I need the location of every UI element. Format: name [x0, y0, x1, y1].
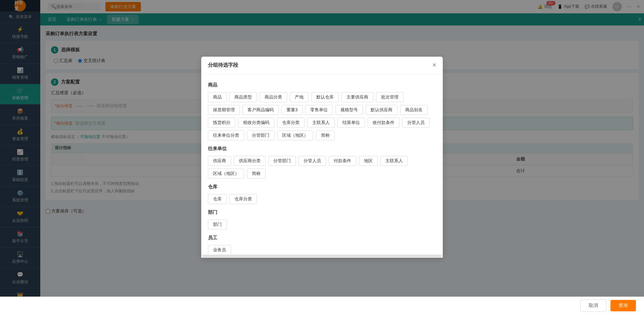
- field-tag[interactable]: 往来单位分类: [208, 130, 244, 140]
- modal-body: 商品 商品 商品类型 商品分类 产地 默认仓库 主要供应商 批次管理 保质期管理…: [201, 74, 443, 254]
- field-tag[interactable]: 商品分类: [260, 92, 287, 102]
- bottom-action-bar: 取消 查询: [0, 297, 644, 314]
- field-tag[interactable]: 供应商分类: [234, 156, 266, 166]
- field-tag[interactable]: 零售单位: [305, 105, 333, 115]
- field-tag[interactable]: 业务员: [208, 245, 231, 254]
- field-tag[interactable]: 默认仓库: [311, 92, 339, 102]
- field-tag[interactable]: 分管部门: [247, 130, 274, 140]
- field-tag[interactable]: 付款条件: [329, 156, 356, 166]
- section-title-employee: 员工: [208, 235, 436, 241]
- fields-grid-employee: 业务员: [208, 245, 436, 254]
- field-tag[interactable]: 供应商: [208, 156, 231, 166]
- field-tag[interactable]: 重量3: [281, 105, 303, 115]
- section-title-partner: 往来单位: [208, 146, 436, 152]
- field-tag[interactable]: 商品: [208, 92, 227, 102]
- field-tag[interactable]: 结算单位: [337, 118, 365, 128]
- field-tag[interactable]: 简称: [316, 130, 335, 140]
- cancel-main-button[interactable]: 取消: [580, 300, 606, 312]
- field-tag[interactable]: 产地: [290, 92, 309, 102]
- field-tag[interactable]: 默认供应商: [366, 105, 397, 115]
- field-tag[interactable]: 仓库分类: [229, 194, 257, 204]
- fields-grid-partner: 供应商 供应商分类 分管部门 分管人员 付款条件 地区 主联系人 区域（地区） …: [208, 156, 436, 179]
- section-title-dept: 部门: [208, 209, 436, 215]
- field-tag[interactable]: 区域（地区）: [277, 130, 313, 140]
- field-tag[interactable]: 拣货积分: [208, 118, 235, 128]
- field-tag[interactable]: 区域（地区）: [208, 169, 244, 179]
- fields-grid-dept: 部门: [208, 219, 436, 230]
- field-tag[interactable]: 保质期管理: [208, 105, 240, 115]
- fields-grid-product: 商品 商品类型 商品分类 产地 默认仓库 主要供应商 批次管理 保质期管理 客户…: [208, 92, 436, 140]
- field-tag[interactable]: 分管人员: [402, 118, 430, 128]
- field-tag[interactable]: 简称: [247, 169, 266, 179]
- modal-overlay[interactable]: 分组待选字段 × 商品 商品 商品类型 商品分类 产地 默认仓库 主要供应商 批…: [0, 0, 644, 314]
- fields-grid-warehouse: 仓库 仓库分类: [208, 194, 436, 204]
- field-tag[interactable]: 批次管理: [376, 92, 404, 102]
- field-tag[interactable]: 主联系人: [380, 156, 408, 166]
- section-title-warehouse: 仓库: [208, 184, 436, 190]
- modal-header: 分组待选字段 ×: [201, 57, 443, 74]
- section-title-product: 商品: [208, 82, 436, 88]
- field-tag[interactable]: 分管部门: [268, 156, 296, 166]
- field-tag[interactable]: 收付款条件: [368, 118, 399, 128]
- field-select-modal: 分组待选字段 × 商品 商品 商品类型 商品分类 产地 默认仓库 主要供应商 批…: [201, 57, 443, 258]
- field-tag[interactable]: 部门: [208, 219, 227, 230]
- field-tag[interactable]: 规格型号: [335, 105, 363, 115]
- field-tag[interactable]: 客户商品编码: [243, 105, 279, 115]
- confirm-main-button[interactable]: 查询: [610, 300, 636, 311]
- modal-title: 分组待选字段: [208, 62, 238, 68]
- field-tag[interactable]: 主要供应商: [341, 92, 373, 102]
- field-tag[interactable]: 主联系人: [307, 118, 335, 128]
- field-tag[interactable]: 税收分类编码: [238, 118, 274, 128]
- field-tag[interactable]: 仓库: [208, 194, 227, 204]
- field-tag[interactable]: 地区: [359, 156, 378, 166]
- field-tag[interactable]: 仓库分类: [277, 118, 305, 128]
- modal-horizontal-scrollbar[interactable]: [201, 254, 443, 258]
- field-tag[interactable]: 商品类型: [229, 92, 257, 102]
- field-tag[interactable]: 商品别名: [400, 105, 428, 115]
- modal-close-icon[interactable]: ×: [432, 62, 436, 68]
- field-tag[interactable]: 分管人员: [299, 156, 326, 166]
- scrollbar-track: [203, 255, 441, 257]
